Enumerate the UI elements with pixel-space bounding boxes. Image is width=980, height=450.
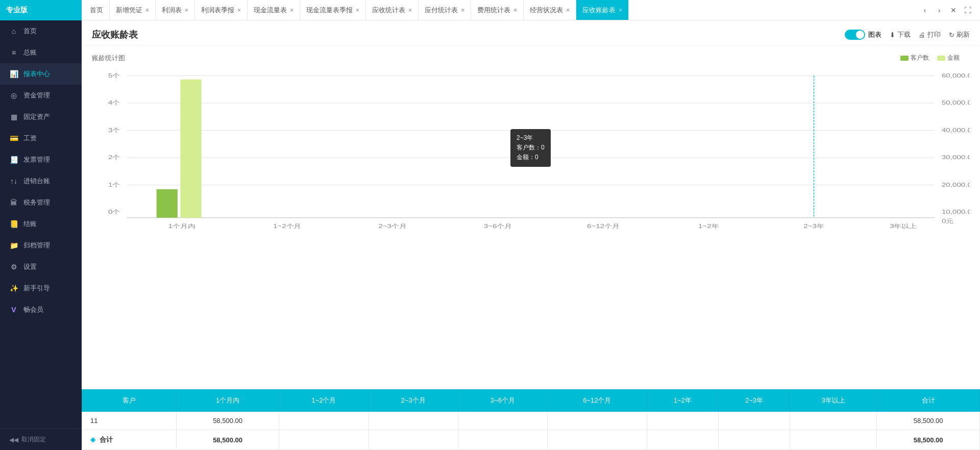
print-button[interactable]: 🖨 打印 — [919, 30, 941, 39]
svg-text:60,000.00元: 60,000.00元 — [942, 72, 970, 79]
tab-aging[interactable]: 应收账龄表 × — [576, 0, 629, 20]
sidebar-item-home[interactable]: ⌂ 首页 — [0, 20, 82, 42]
tab-payable-stat-label: 应付统计表 — [425, 6, 458, 15]
tab-fullscreen[interactable]: ⛶ — [962, 4, 974, 16]
svg-text:3年以上: 3年以上 — [890, 223, 917, 230]
sidebar-item-tax[interactable]: 🏛 税务管理 — [0, 192, 82, 213]
tab-business-stat[interactable]: 经营状况表 × — [524, 0, 576, 20]
salary-icon: 💳 — [9, 134, 18, 143]
svg-text:2个: 2个 — [108, 154, 120, 161]
legend-customers: 客户数 — [900, 54, 929, 62]
total-text: 合计 — [100, 436, 113, 443]
bar-m1-amount — [180, 80, 201, 218]
svg-text:3个: 3个 — [108, 127, 120, 134]
svg-text:10,000.00元: 10,000.00元 — [942, 209, 970, 215]
tab-profit-label: 利润表 — [162, 6, 182, 15]
sidebar-item-stock[interactable]: ↑↓ 进销台账 — [0, 170, 82, 192]
sidebar-item-guide[interactable]: ✨ 新手引导 — [0, 278, 82, 299]
sidebar-item-label: 税务管理 — [23, 198, 50, 207]
cell-m8 — [790, 412, 877, 430]
sidebar-item-salary[interactable]: 💳 工资 — [0, 128, 82, 149]
svg-text:1~2个月: 1~2个月 — [273, 223, 301, 230]
col-m1: 1个月内 — [176, 390, 279, 412]
svg-text:30,000.00元: 30,000.00元 — [942, 154, 970, 161]
tab-cashflow-quarter-close[interactable]: × — [356, 7, 359, 14]
cell-total: 58,500.00 — [877, 412, 980, 430]
tab-payable-stat-close[interactable]: × — [461, 7, 464, 14]
tab-cashflow[interactable]: 现金流量表 × — [248, 0, 300, 20]
tab-close-all[interactable]: ✕ — [947, 4, 960, 16]
tab-profit-quarter-close[interactable]: × — [237, 7, 241, 14]
tab-scroll-right[interactable]: › — [933, 4, 945, 16]
sidebar-item-label: 结账 — [23, 219, 37, 229]
invoice-icon: 🧾 — [9, 155, 18, 164]
tab-cashflow-close[interactable]: × — [290, 7, 293, 14]
cell-m3 — [369, 412, 458, 430]
total-m2 — [279, 430, 369, 450]
tab-aging-label: 应收账龄表 — [582, 6, 616, 15]
download-button[interactable]: ⬇ 下载 — [890, 30, 911, 39]
sidebar-item-close[interactable]: 📒 结账 — [0, 213, 82, 235]
tab-expense-stat[interactable]: 费用统计表 × — [471, 0, 524, 20]
download-icon: ⬇ — [890, 31, 895, 39]
tab-receivable-stat-close[interactable]: × — [408, 7, 412, 14]
sidebar-item-label: 发票管理 — [23, 155, 50, 164]
chart-toggle[interactable] — [845, 30, 865, 40]
home-icon: ⌂ — [9, 27, 18, 36]
total-m4 — [458, 430, 547, 450]
sidebar-item-settings[interactable]: ⚙ 设置 — [0, 256, 82, 278]
chart-svg: 5个 4个 3个 2个 1个 0个 60,000.00元 50,000.00元 … — [92, 68, 970, 241]
sidebar-item-assets[interactable]: ▦ 固定资产 — [0, 106, 82, 128]
total-m3 — [369, 430, 458, 450]
gear-icon: ⚙ — [9, 262, 18, 271]
bar-m1-customers — [157, 189, 178, 218]
cell-m6 — [647, 412, 718, 430]
svg-text:3~6个月: 3~6个月 — [484, 223, 512, 230]
chart-title: 账龄统计图 — [92, 54, 970, 63]
refresh-button[interactable]: ↻ 刷新 — [949, 30, 970, 39]
sidebar-item-label: 设置 — [23, 262, 37, 271]
cell-m1: 58,500.00 — [176, 412, 279, 430]
tab-voucher-close[interactable]: × — [145, 7, 149, 14]
svg-text:1个月内: 1个月内 — [168, 223, 195, 230]
cell-m2 — [279, 412, 369, 430]
tab-aging-close[interactable]: × — [619, 7, 622, 14]
unpin-button[interactable]: ◀◀ 取消固定 — [0, 429, 82, 450]
tab-voucher-label: 新增凭证 — [116, 6, 142, 15]
page-title: 应收账龄表 — [92, 29, 138, 41]
sidebar-item-reports[interactable]: 📊 报表中心 — [0, 63, 82, 85]
sidebar-item-invoice[interactable]: 🧾 发票管理 — [0, 149, 82, 170]
total-m7 — [718, 430, 790, 450]
sidebar-item-vip[interactable]: V 畅会员 — [0, 299, 82, 320]
tab-bar: 首页 新增凭证 × 利润表 × 利润表季报 × 现金流量表 × 现金流量表季报 … — [82, 0, 980, 20]
tab-profit-quarter[interactable]: 利润表季报 × — [195, 0, 248, 20]
svg-text:6~12个月: 6~12个月 — [587, 223, 620, 230]
tab-payable-stat[interactable]: 应付统计表 × — [419, 0, 471, 20]
svg-text:2~3年: 2~3年 — [803, 223, 824, 230]
chart-toggle-wrap: 图表 — [845, 30, 881, 40]
sidebar-item-funds[interactable]: ◎ 资金管理 — [0, 85, 82, 106]
tab-cashflow-quarter-label: 现金流量表季报 — [306, 6, 353, 15]
sidebar-item-ledger[interactable]: ≡ 总账 — [0, 42, 82, 63]
total-m1: 58,500.00 — [176, 430, 279, 450]
tab-cashflow-quarter[interactable]: 现金流量表季报 × — [300, 0, 366, 20]
tab-profit-close[interactable]: × — [185, 7, 188, 14]
tab-expense-stat-label: 费用统计表 — [477, 6, 510, 15]
legend-amount: 金额 — [937, 54, 960, 62]
svg-text:40,000.00元: 40,000.00元 — [942, 127, 970, 134]
tab-controls: ‹ › ✕ ⛶ — [915, 4, 978, 16]
col-m7: 2~3年 — [718, 390, 790, 412]
page-content: 应收账龄表 图表 ⬇ 下载 🖨 打印 ↻ 刷新 — [82, 20, 980, 450]
refresh-icon: ↻ — [949, 31, 954, 39]
tab-profit[interactable]: 利润表 × — [156, 0, 195, 20]
svg-text:0元: 0元 — [942, 218, 953, 224]
tab-voucher[interactable]: 新增凭证 × — [110, 0, 156, 20]
tab-scroll-left[interactable]: ‹ — [919, 4, 931, 16]
table-area: 客户 1个月内 1~2个月 2~3个月 3~6个月 6~12个月 1~2年 2~… — [82, 389, 980, 450]
tab-expense-stat-close[interactable]: × — [513, 7, 517, 14]
tab-home[interactable]: 首页 — [84, 0, 110, 20]
sidebar-item-archive[interactable]: 📁 归档管理 — [0, 235, 82, 256]
tab-business-stat-close[interactable]: × — [566, 7, 570, 14]
sidebar-item-label: 首页 — [23, 27, 37, 36]
tab-receivable-stat[interactable]: 应收统计表 × — [366, 0, 419, 20]
